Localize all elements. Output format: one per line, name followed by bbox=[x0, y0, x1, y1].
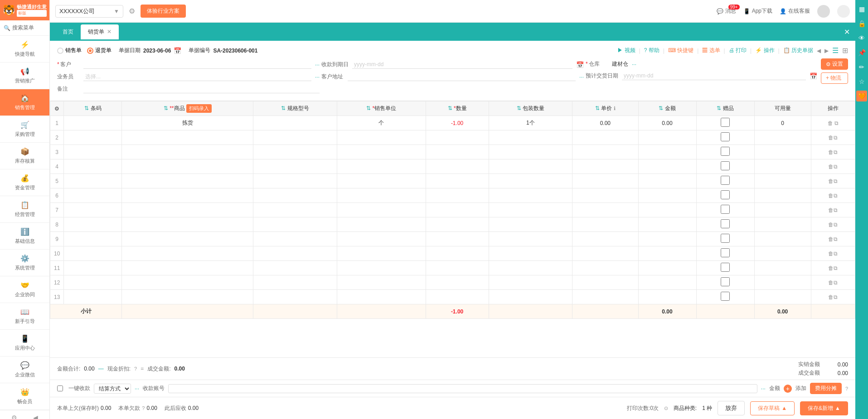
customer-addr-dots[interactable]: ··· bbox=[579, 74, 584, 80]
sidebar-collapse-icon[interactable]: ◀ bbox=[33, 414, 38, 419]
account-dots[interactable]: ··· bbox=[761, 385, 766, 392]
sidebar-item-inventory[interactable]: 📦 库存核算 bbox=[0, 143, 49, 169]
gift-checkbox[interactable] bbox=[721, 147, 730, 156]
th-spec[interactable]: ⇅ 规格型号 bbox=[253, 101, 337, 116]
account-input[interactable] bbox=[168, 384, 757, 393]
copy-icon[interactable]: ⧉ bbox=[834, 164, 838, 170]
delete-icon[interactable]: 🗑 bbox=[828, 178, 834, 184]
topbar-gear-icon[interactable]: ⚙ bbox=[129, 7, 135, 15]
discount-info-icon[interactable]: ? bbox=[134, 366, 137, 371]
sidebar-item-wechat[interactable]: 💬 企业微信 bbox=[0, 356, 49, 383]
delete-icon[interactable]: 🗑 bbox=[828, 193, 834, 199]
gift-checkbox[interactable] bbox=[721, 263, 730, 272]
payment-method-dots[interactable]: ··· bbox=[135, 385, 139, 392]
td-spec[interactable] bbox=[253, 116, 337, 130]
operate-action[interactable]: ⚡ 操作 bbox=[755, 47, 774, 54]
save-new-arrow[interactable]: ▲ bbox=[835, 405, 840, 411]
right-panel-grid[interactable]: ▦ bbox=[856, 4, 867, 14]
avatar[interactable] bbox=[817, 5, 830, 18]
copy-icon[interactable]: ⧉ bbox=[834, 222, 838, 228]
scan-button[interactable]: 扫码录入 bbox=[186, 104, 212, 113]
td-pack-qty[interactable]: 1个 bbox=[489, 116, 572, 130]
delete-icon[interactable]: 🗑 bbox=[828, 207, 834, 213]
sidebar-item-purchase[interactable]: 🛒 采购管理 bbox=[0, 116, 49, 143]
radio-return[interactable]: 退货单 bbox=[87, 47, 112, 54]
gift-checkbox[interactable] bbox=[721, 277, 730, 286]
avatar2[interactable] bbox=[837, 5, 850, 18]
delete-icon[interactable]: 🗑 bbox=[828, 149, 834, 155]
expected-date-cal[interactable]: 📅 bbox=[810, 72, 817, 80]
select-action[interactable]: ☰ 选单 bbox=[702, 47, 720, 54]
video-action[interactable]: ▶ 视频 bbox=[617, 47, 635, 54]
discard-button[interactable]: 放弃 bbox=[718, 401, 745, 415]
history-action[interactable]: 📋 历史单据 bbox=[783, 47, 813, 54]
gift-checkbox[interactable] bbox=[721, 132, 730, 141]
add-payment-button[interactable]: + bbox=[784, 385, 792, 393]
gift-checkbox[interactable] bbox=[721, 234, 730, 243]
settings-button[interactable]: ⚙ 设置 bbox=[821, 58, 848, 70]
delete-icon[interactable]: 🗑 bbox=[828, 222, 834, 228]
gift-checkbox[interactable] bbox=[721, 292, 730, 301]
list-view-icon[interactable]: ☰ bbox=[832, 46, 839, 55]
customer-dots[interactable]: ··· bbox=[315, 62, 320, 68]
gift-checkbox[interactable] bbox=[721, 190, 730, 199]
copy-icon[interactable]: ⧉ bbox=[834, 265, 838, 271]
customer-input[interactable] bbox=[83, 60, 311, 69]
total-owe-info[interactable]: ? bbox=[142, 405, 145, 411]
delete-icon[interactable]: 🗑 bbox=[828, 135, 834, 141]
payment-method-select[interactable]: 结算方式 bbox=[94, 384, 131, 394]
td-barcode[interactable] bbox=[64, 116, 122, 130]
th-gear[interactable]: ⚙ bbox=[50, 101, 64, 116]
radio-sales[interactable]: 销售单 bbox=[57, 47, 82, 54]
copy-icon[interactable]: ⧉ bbox=[834, 193, 838, 199]
sidebar-item-system[interactable]: ⚙️ 系统管理 bbox=[0, 250, 49, 276]
sidebar-item-sales[interactable]: 🏠 销售管理 bbox=[0, 89, 49, 116]
right-panel-pin[interactable]: 📌 bbox=[856, 47, 867, 58]
delete-icon[interactable]: 🗑 bbox=[828, 236, 834, 242]
delete-icon[interactable]: 🗑 bbox=[828, 294, 834, 300]
salesperson-input[interactable] bbox=[83, 72, 311, 81]
td-operation[interactable]: 🗑 ⧉ bbox=[811, 116, 855, 130]
message-button[interactable]: 💬 消息 99+ bbox=[717, 7, 736, 15]
copy-icon[interactable]: ⧉ bbox=[834, 250, 838, 257]
gift-checkbox[interactable] bbox=[721, 161, 730, 170]
sidebar-item-basic[interactable]: ℹ️ 基础信息 bbox=[0, 223, 49, 250]
save-draft-button[interactable]: 保存草稿 ▲ bbox=[750, 401, 795, 415]
sidebar-item-guide[interactable]: 📖 新手引导 bbox=[0, 303, 49, 330]
sidebar-item-quick-nav[interactable]: ⚡ 快捷导航 bbox=[0, 36, 49, 63]
gift-checkbox[interactable] bbox=[721, 219, 730, 228]
sidebar-item-capital[interactable]: 💰 资金管理 bbox=[0, 169, 49, 196]
copy-icon[interactable]: ⧉ bbox=[834, 279, 838, 286]
payment-date-cal[interactable]: 📅 bbox=[576, 61, 584, 68]
th-gift[interactable]: ⇅ 赠品 bbox=[696, 101, 754, 116]
delete-icon[interactable]: 🗑 bbox=[828, 265, 834, 271]
copy-icon[interactable]: ⧉ bbox=[834, 178, 838, 184]
td-goods[interactable]: 拣货 bbox=[122, 116, 253, 130]
right-panel-lock[interactable]: 🔒 bbox=[856, 18, 867, 29]
copy-icon[interactable]: ⧉ bbox=[834, 120, 839, 126]
save-new-button[interactable]: 保存&新增 ▲ bbox=[800, 401, 848, 415]
th-unit[interactable]: ⇅ *销售单位 bbox=[337, 101, 426, 116]
copy-icon[interactable]: ⧉ bbox=[834, 149, 838, 155]
customer-addr-input[interactable] bbox=[348, 72, 576, 81]
salesperson-dots[interactable]: ··· bbox=[315, 74, 320, 80]
gift-checkbox[interactable] bbox=[721, 248, 730, 257]
company-selector[interactable]: XXXXXX公司 ▼ bbox=[55, 5, 123, 18]
sidebar-search[interactable]: 🔍 搜索菜单 bbox=[0, 20, 49, 36]
sidebar-item-marketing[interactable]: 📢 营销推广 bbox=[0, 63, 49, 89]
tab-sales-order[interactable]: 销货单 ✕ bbox=[81, 24, 119, 39]
fee-help-icon[interactable]: ? bbox=[845, 386, 848, 391]
sidebar-item-member[interactable]: 👑 畅会员 bbox=[0, 383, 49, 410]
print-action[interactable]: 🖨 打印 bbox=[729, 47, 747, 54]
calendar-icon[interactable]: 📅 bbox=[174, 47, 181, 54]
td-unit-price[interactable]: 0.00 bbox=[572, 116, 638, 130]
right-panel-eye[interactable]: 👁 bbox=[856, 33, 867, 43]
th-goods[interactable]: ⇅ *商品 扫码录入 bbox=[122, 101, 253, 116]
note-input[interactable] bbox=[83, 85, 320, 93]
trial-button[interactable]: 体验行业方案 bbox=[141, 5, 186, 18]
delete-icon[interactable]: 🗑 bbox=[828, 164, 834, 170]
app-download-button[interactable]: 📱 App下载 bbox=[743, 7, 772, 15]
delete-icon[interactable]: 🗑 bbox=[828, 250, 834, 257]
copy-icon[interactable]: ⧉ bbox=[834, 207, 838, 213]
tab-home[interactable]: 首页 bbox=[55, 24, 81, 39]
